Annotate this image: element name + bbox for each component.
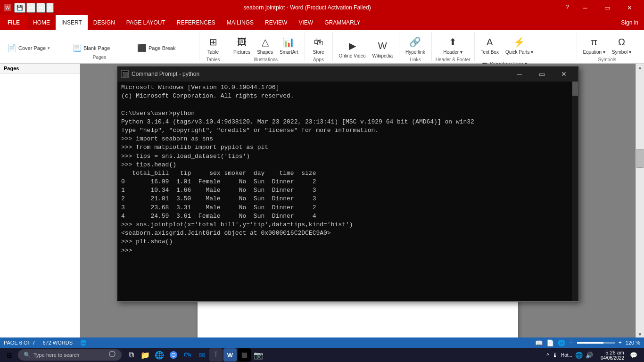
scroll-up-button[interactable]: ▲ (636, 64, 644, 71)
quick-parts-button[interactable]: ⚡ Quick Parts ▾ (503, 33, 536, 56)
zoom-slider[interactable] (577, 342, 615, 344)
teams-icon[interactable]: T (209, 348, 223, 362)
tab-insert[interactable]: INSERT (56, 15, 88, 30)
taskbar-right: ^ 🌡 Hot... 🌐 🔊 5:26 am 04/06/2022 💬 (544, 348, 642, 362)
svg-point-0 (109, 351, 115, 357)
store-label: Store (313, 49, 324, 55)
table-label: Table (207, 49, 219, 55)
pictures-button[interactable]: 🖼 Pictures (231, 33, 253, 56)
scroll-thumb[interactable] (636, 149, 644, 168)
undo-button[interactable]: ↩ (26, 3, 35, 13)
ribbon: FILE HOME INSERT DESIGN PAGE LAYOUT REFE… (0, 15, 644, 64)
help-button[interactable]: ? (561, 0, 574, 13)
blank-page-label: Blank Page (83, 45, 110, 51)
tab-view[interactable]: VIEW (293, 15, 319, 30)
textbox-icon: A (482, 34, 497, 49)
system-clock[interactable]: 5:26 am 04/06/2022 (598, 350, 627, 361)
zoom-in-button[interactable]: + (619, 339, 622, 346)
print-layout-button[interactable]: 📄 (546, 339, 554, 346)
equation-button[interactable]: π Equation ▾ (581, 33, 608, 56)
document-scrollbar[interactable]: ▲ ▼ (636, 64, 644, 338)
sign-in-link[interactable]: Sign in (615, 19, 644, 26)
cmd-taskbar-icon[interactable]: ⬛ (238, 348, 251, 362)
cmd-scrollbar-thumb (572, 82, 578, 96)
cmd-close-button[interactable]: ✕ (553, 66, 575, 82)
tab-references[interactable]: REFERENCES (171, 15, 221, 30)
page-break-icon: ⬛ (137, 43, 147, 52)
links-group-items: 🔗 Hyperlink (403, 33, 428, 56)
word-taskbar-icon[interactable]: W (223, 348, 237, 362)
notification-icon[interactable]: 💬 (629, 352, 638, 359)
start-button[interactable]: ⊞ (2, 348, 17, 362)
header-footer-group-items: ⬆ Header ▾ (441, 33, 465, 56)
ribbon-content: 📄 Cover Page ▾ 📃 Blank Page ⬛ Page Break… (0, 30, 644, 63)
cmd-output[interactable]: Microsoft Windows [Version 10.0.19044.17… (117, 82, 578, 257)
tables-group-label: Tables (206, 57, 220, 62)
shapes-button[interactable]: △ Shapes (255, 33, 275, 56)
redo-button[interactable]: ↪ (36, 3, 45, 13)
clock-date: 04/06/2022 (601, 355, 624, 361)
tab-review[interactable]: REVIEW (259, 15, 293, 30)
page-break-button[interactable]: ⬛ Page Break (134, 42, 195, 54)
customize-button[interactable]: ▾ (46, 3, 54, 13)
camera-taskbar-icon[interactable]: 📷 (252, 348, 265, 362)
cmd-restore-button[interactable]: ▭ (531, 66, 553, 82)
svg-point-3 (172, 354, 175, 356)
restore-button[interactable]: ▭ (596, 0, 618, 15)
web-layout-button[interactable]: 🌐 (558, 339, 565, 346)
hyperlink-button[interactable]: 🔗 Hyperlink (403, 33, 428, 56)
clock-time: 5:26 am (601, 350, 624, 355)
task-view-icon[interactable]: ⧉ (124, 348, 138, 362)
save-button[interactable]: 💾 (14, 3, 25, 13)
pages-group-label: Pages (93, 55, 106, 60)
symbol-button[interactable]: Ω Symbol ▾ (610, 33, 634, 56)
tab-design[interactable]: DESIGN (88, 15, 121, 30)
hyperlink-icon: 🔗 (408, 34, 423, 49)
mail-icon[interactable]: ✉ (195, 348, 208, 362)
online-video-button[interactable]: ▶ Online Video (337, 37, 368, 60)
page-indicator: PAGE 6 OF 7 (4, 340, 35, 346)
smartart-button[interactable]: 📊 SmartArt (277, 33, 300, 56)
tables-group-items: ⊞ Table (203, 33, 223, 56)
tab-mailings[interactable]: MAILINGS (221, 15, 259, 30)
volume-icon[interactable]: 🔊 (585, 352, 594, 359)
zoom-out-button[interactable]: ─ (569, 339, 573, 346)
edge-icon[interactable]: 🌐 (153, 348, 166, 362)
header-button[interactable]: ⬆ Header ▾ (441, 33, 465, 56)
scroll-down-button[interactable]: ▼ (636, 330, 644, 338)
ribbon-group-symbols: π Equation ▾ Ω Symbol ▾ Symbols (577, 32, 637, 61)
minimize-button[interactable]: ─ (574, 0, 596, 15)
search-box[interactable]: 🔍 Type here to search (18, 349, 122, 361)
status-bar: PAGE 6 OF 7 672 WORDS 🌐 📖 📄 🌐 ─ + 120 % (0, 337, 644, 348)
pictures-icon: 🖼 (234, 34, 249, 49)
tray-expand[interactable]: ^ (545, 352, 550, 359)
cmd-scrollbar[interactable] (572, 82, 578, 301)
show-desktop-button[interactable] (640, 348, 642, 362)
illustrations-group-label: Illustrations (254, 57, 278, 62)
network-icon[interactable]: 🌐 (574, 352, 584, 359)
tab-page-layout[interactable]: PAGE LAYOUT (121, 15, 171, 30)
tab-home[interactable]: HOME (27, 15, 56, 30)
tab-file[interactable]: FILE (0, 15, 27, 30)
cmd-app-icon: ⬛ (121, 70, 129, 78)
wikipedia-button[interactable]: W Wikipedia (370, 37, 395, 60)
cmd-minimize-button[interactable]: ─ (509, 66, 530, 82)
file-explorer-icon[interactable]: 📁 (139, 348, 152, 362)
tab-grammarly[interactable]: GRAMMARLY (319, 15, 366, 30)
header-icon: ⬆ (446, 34, 461, 49)
textbox-button[interactable]: A Text Box (479, 33, 501, 56)
header-footer-group-label: Header & Footer (436, 57, 471, 62)
language-icon: 🌐 (80, 340, 87, 346)
store-button[interactable]: 🛍 Store (309, 33, 329, 56)
blank-page-button[interactable]: 📃 Blank Page (69, 42, 130, 54)
store-icon[interactable]: 🛍 (181, 348, 194, 362)
main-area: Pages ⬛ Command Prompt - python ─ ▭ ✕ Mi… (0, 64, 644, 338)
read-mode-button[interactable]: 📖 (535, 339, 543, 346)
cover-page-button[interactable]: 📄 Cover Page ▾ (4, 42, 65, 54)
smartart-icon: 📊 (281, 34, 297, 49)
apps-group-label: Apps (313, 57, 324, 62)
taskbar: ⊞ 🔍 Type here to search ⧉ 📁 🌐 🛍 ✉ T W ⬛ … (0, 348, 644, 362)
table-button[interactable]: ⊞ Table (203, 33, 223, 56)
chrome-icon[interactable] (167, 348, 180, 362)
close-button[interactable]: ✕ (619, 0, 640, 15)
